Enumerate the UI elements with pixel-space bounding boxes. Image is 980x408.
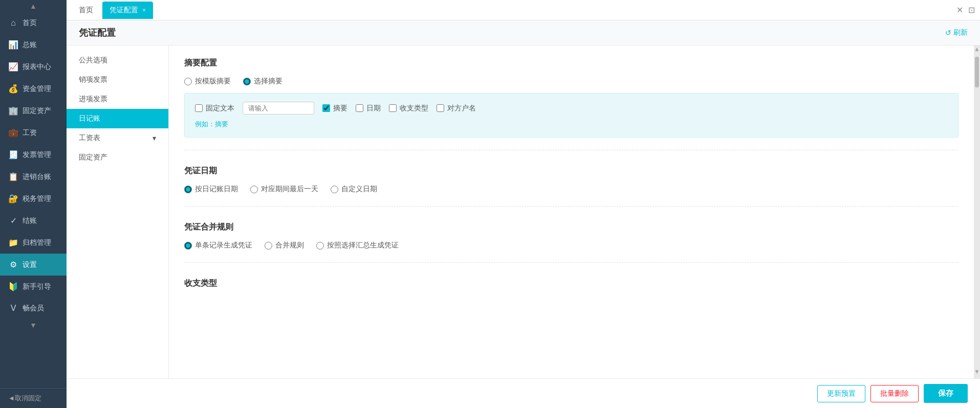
summary-checkbox-item[interactable]: 摘要 [322, 104, 347, 113]
sales-ledger-icon: 📋 [8, 172, 18, 182]
sidebar-item-guide[interactable]: 🔰 新手引导 [0, 276, 67, 298]
page-title: 凭证配置 [79, 27, 116, 39]
right-content: 摘要配置 按模版摘要 选择摘要 [169, 46, 974, 378]
content-layout: 公共选项 销项发票 进项发票 日记账 工资表 ▾ 固定资产 [67, 46, 980, 378]
sidebar: ▲ ⌂ 首页 📊 总账 📈 报表中心 💰 资金管理 🏢 固定资产 💼 工资 🧾 … [0, 0, 67, 408]
summary-radio-group: 按模版摘要 选择摘要 [184, 77, 959, 86]
sidebar-item-payroll[interactable]: 💼 工资 [0, 122, 67, 144]
bottom-action-bar: 更新预置 批量删除 保存 [67, 378, 980, 408]
last-day-option[interactable]: 对应期间最后一天 [250, 185, 318, 194]
settings-icon: ⚙ [8, 260, 18, 269]
scroll-down-arrow[interactable]: ▼ [974, 368, 980, 378]
custom-date-option[interactable]: 自定义日期 [331, 185, 377, 194]
by-selection-radio[interactable] [316, 242, 324, 250]
counter-name-checkbox[interactable] [437, 104, 444, 112]
refresh-button[interactable]: ↺ 刷新 [945, 28, 968, 37]
sidebar-item-settings[interactable]: ⚙ 设置 [0, 254, 67, 276]
merge-rules-section: 凭证合并规则 单条记录生成凭证 合并规则 按照选择汇总生成凭证 [184, 222, 959, 263]
custom-date-radio[interactable] [331, 186, 338, 193]
select-summary-option[interactable]: 选择摘要 [243, 77, 282, 86]
payroll-icon: 💼 [8, 128, 18, 138]
date-checkbox-item[interactable]: 日期 [356, 104, 381, 113]
tab-close-icon[interactable]: × [142, 7, 146, 14]
single-record-radio[interactable] [184, 242, 192, 250]
home-icon: ⌂ [8, 18, 18, 28]
summary-checkbox-row: 固定文本 摘要 日期 [195, 102, 948, 115]
nav-item-purchase-invoice[interactable]: 进项发票 [67, 89, 168, 109]
by-selection-option[interactable]: 按照选择汇总生成凭证 [316, 241, 399, 250]
chevron-down-icon: ▾ [153, 134, 156, 142]
income-type-title: 收支类型 [184, 278, 959, 289]
tab-voucher-config[interactable]: 凭证配置 × [102, 2, 153, 19]
sidebar-unpin-button[interactable]: ◄取消固定 [0, 388, 67, 408]
by-journal-date-option[interactable]: 按日记账日期 [184, 185, 238, 194]
page-header: 凭证配置 ↺ 刷新 [67, 20, 980, 46]
sidebar-item-capital[interactable]: 💰 资金管理 [0, 78, 67, 100]
voucher-date-section: 凭证日期 按日记账日期 对应期间最后一天 自定义日期 [184, 166, 959, 207]
voucher-date-title: 凭证日期 [184, 166, 959, 176]
summary-example: 例如：摘要 [195, 120, 948, 129]
sidebar-item-ledger[interactable]: 📊 总账 [0, 34, 67, 56]
sidebar-item-sales-ledger[interactable]: 📋 进销台账 [0, 166, 67, 188]
fixed-text-checkbox-item[interactable]: 固定文本 [195, 104, 234, 113]
nav-item-sales-invoice[interactable]: 销项发票 [67, 70, 168, 89]
scroll-thumb[interactable] [975, 57, 979, 87]
save-button[interactable]: 保存 [924, 384, 968, 403]
select-summary-radio[interactable] [243, 78, 251, 85]
nav-item-payroll-table[interactable]: 工资表 ▾ [67, 128, 168, 148]
invoice-mgmt-icon: 🧾 [8, 150, 18, 160]
vip-icon: V [8, 304, 18, 313]
guide-icon: 🔰 [8, 282, 18, 291]
assets-icon: 🏢 [8, 106, 18, 116]
summary-config-section: 摘要配置 按模版摘要 选择摘要 [184, 58, 959, 150]
sidebar-item-vip[interactable]: V 畅会员 [0, 298, 67, 319]
sidebar-item-assets[interactable]: 🏢 固定资产 [0, 100, 67, 122]
archive-icon: 📁 [8, 238, 18, 247]
tab-bar-actions: ✕ ⊡ [956, 5, 975, 15]
single-record-option[interactable]: 单条记录生成凭证 [184, 241, 252, 250]
window-resize-button[interactable]: ⊡ [968, 5, 975, 15]
nav-item-fixed-assets[interactable]: 固定资产 [67, 148, 168, 167]
nav-item-public-options[interactable]: 公共选项 [67, 51, 168, 70]
template-summary-option[interactable]: 按模版摘要 [184, 77, 231, 86]
income-type-section: 收支类型 [184, 278, 959, 309]
sidebar-scroll-down[interactable]: ▼ [0, 319, 67, 331]
last-day-radio[interactable] [250, 186, 258, 193]
sidebar-item-closing[interactable]: ✓ 结账 [0, 210, 67, 232]
fixed-text-input[interactable] [243, 102, 314, 115]
main-area: 首页 凭证配置 × ✕ ⊡ 凭证配置 ↺ 刷新 公共选项 销项发票 [67, 0, 980, 408]
income-type-checkbox[interactable] [389, 104, 397, 112]
scroll-up-arrow[interactable]: ▲ [974, 46, 980, 56]
counter-name-checkbox-item[interactable]: 对方户名 [437, 104, 476, 113]
merge-rule-option[interactable]: 合并规则 [265, 241, 304, 250]
tax-icon: 🔐 [8, 194, 18, 203]
merge-rule-radio[interactable] [265, 242, 272, 250]
reports-icon: 📈 [8, 62, 18, 72]
window-close-button[interactable]: ✕ [956, 5, 963, 15]
voucher-date-radio-group: 按日记账日期 对应期间最后一天 自定义日期 [184, 185, 959, 194]
merge-rules-radio-group: 单条记录生成凭证 合并规则 按照选择汇总生成凭证 [184, 241, 959, 250]
by-journal-date-radio[interactable] [184, 186, 192, 193]
template-summary-radio[interactable] [184, 78, 192, 85]
sidebar-item-invoice-mgmt[interactable]: 🧾 发票管理 [0, 144, 67, 166]
tab-bar: 首页 凭证配置 × ✕ ⊡ [67, 0, 980, 20]
date-checkbox[interactable] [356, 104, 363, 112]
sidebar-item-home[interactable]: ⌂ 首页 [0, 12, 67, 34]
closing-icon: ✓ [8, 216, 18, 225]
tab-home[interactable]: 首页 [72, 2, 100, 19]
refresh-icon: ↺ [945, 29, 951, 37]
page-scrollbar[interactable]: ▲ ▼ [974, 46, 980, 378]
nav-item-journal[interactable]: 日记账 [67, 109, 168, 128]
update-preview-button[interactable]: 更新预置 [817, 385, 865, 402]
sidebar-item-archive[interactable]: 📁 归档管理 [0, 232, 67, 254]
merge-rules-title: 凭证合并规则 [184, 222, 959, 233]
summary-config-box: 固定文本 摘要 日期 [184, 93, 959, 138]
income-type-checkbox-item[interactable]: 收支类型 [389, 104, 428, 113]
sidebar-item-tax[interactable]: 🔐 税务管理 [0, 188, 67, 210]
sidebar-scroll-up[interactable]: ▲ [0, 0, 67, 12]
summary-checkbox[interactable] [322, 104, 330, 112]
sidebar-item-reports[interactable]: 📈 报表中心 [0, 56, 67, 78]
fixed-text-checkbox[interactable] [195, 104, 203, 112]
ledger-icon: 📊 [8, 40, 18, 50]
batch-delete-button[interactable]: 批量删除 [870, 385, 919, 402]
